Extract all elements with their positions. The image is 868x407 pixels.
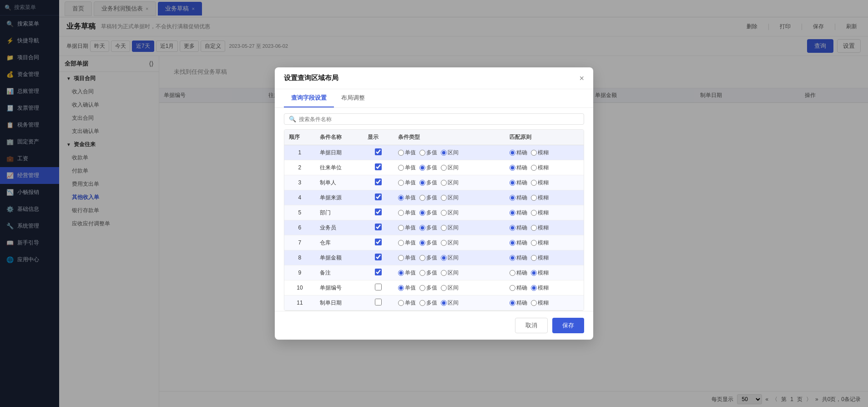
type-radio-单值-3[interactable] [398,180,404,186]
match-radio-精确-4[interactable] [510,195,515,201]
row-show-1 [363,145,394,160]
row-type-2: 单值多值区间 [394,160,505,175]
type-radio-多值-7[interactable] [419,240,425,246]
type-radio-多值-11[interactable] [419,300,425,306]
cancel-button[interactable]: 取消 [515,318,548,333]
row-order-7: 7 [284,235,315,250]
row-type-3: 单值多值区间 [394,175,505,190]
type-radio-多值-10[interactable] [419,285,425,291]
type-radio-区间-7[interactable] [441,240,447,246]
type-radio-区间-8[interactable] [441,255,447,261]
type-radio-区间-11[interactable] [441,300,447,306]
match-radio-精确-2[interactable] [510,165,515,171]
type-radio-单值-7[interactable] [398,240,404,246]
type-radio-区间-1[interactable] [441,150,447,156]
condition-search-input[interactable] [299,116,579,122]
type-radio-单值-5[interactable] [398,210,404,216]
dialog-table-row: 11制单日期单值多值区间精确模糊 [284,295,584,310]
show-checkbox-3[interactable] [375,178,382,185]
match-radio-模糊-11[interactable] [531,300,537,306]
type-radio-单值-1[interactable] [398,150,404,156]
match-radio-精确-3[interactable] [510,180,515,186]
type-radio-多值-2[interactable] [419,165,425,171]
type-radio-多值-4[interactable] [419,195,425,201]
type-radio-多值-1[interactable] [419,150,425,156]
type-radio-区间-10[interactable] [441,285,447,291]
match-radio-模糊-9[interactable] [531,270,537,276]
row-type-7: 单值多值区间 [394,235,505,250]
type-radio-区间-5[interactable] [441,210,447,216]
type-radio-区间-4[interactable] [441,195,447,201]
match-radio-精确-7[interactable] [510,240,515,246]
match-radio-模糊-4[interactable] [531,195,537,201]
row-match-6: 精确模糊 [505,220,584,235]
settings-dialog: 设置查询区域布局 × 查询字段设置 布局调整 🔍 顺序条件名称显示条件类型匹配原… [275,67,593,340]
row-type-8: 单值多值区间 [394,250,505,265]
dialog-save-button[interactable]: 保存 [552,318,584,333]
type-radio-单值-6[interactable] [398,225,404,231]
match-radio-精确-8[interactable] [510,255,515,261]
type-radio-区间-2[interactable] [441,165,447,171]
match-radio-精确-10[interactable] [510,285,515,291]
show-checkbox-9[interactable] [375,269,382,275]
type-radio-单值-10[interactable] [398,285,404,291]
row-type-10: 单值多值区间 [394,280,505,295]
row-show-6 [363,220,394,235]
row-match-11: 精确模糊 [505,295,584,310]
type-radio-多值-6[interactable] [419,225,425,231]
dialog-table-row: 3制单人单值多值区间精确模糊 [284,175,584,190]
dialog-col-顺序: 顺序 [284,130,315,145]
show-checkbox-6[interactable] [375,224,382,230]
row-type-4: 单值多值区间 [394,190,505,205]
type-radio-多值-8[interactable] [419,255,425,261]
tab-field-settings[interactable]: 查询字段设置 [284,89,334,107]
show-checkbox-2[interactable] [375,163,382,170]
match-radio-模糊-2[interactable] [531,165,537,171]
show-checkbox-11[interactable] [375,299,382,305]
match-radio-精确-1[interactable] [510,150,515,156]
row-name-4: 单据来源 [315,190,363,205]
match-radio-模糊-1[interactable] [531,150,537,156]
row-name-7: 仓库 [315,235,363,250]
row-show-3 [363,175,394,190]
row-order-8: 8 [284,250,315,265]
match-radio-精确-5[interactable] [510,210,515,216]
match-radio-模糊-3[interactable] [531,180,537,186]
match-radio-模糊-10[interactable] [531,285,537,291]
dialog-close-button[interactable]: × [579,74,584,82]
dialog-table-row: 6业务员单值多值区间精确模糊 [284,220,584,235]
dialog-table: 顺序条件名称显示条件类型匹配原则 1单据日期单值多值区间精确模糊2往来单位单值多… [284,130,584,310]
row-show-4 [363,190,394,205]
match-radio-精确-9[interactable] [510,270,515,276]
type-radio-多值-5[interactable] [419,210,425,216]
type-radio-多值-9[interactable] [419,270,425,276]
tab-layout-settings[interactable]: 布局调整 [334,89,372,107]
match-radio-模糊-8[interactable] [531,255,537,261]
type-radio-区间-6[interactable] [441,225,447,231]
row-name-8: 单据金额 [315,250,363,265]
type-radio-单值-9[interactable] [398,270,404,276]
row-name-3: 制单人 [315,175,363,190]
show-checkbox-10[interactable] [375,284,382,290]
type-radio-区间-9[interactable] [441,270,447,276]
match-radio-精确-6[interactable] [510,225,515,231]
type-radio-单值-2[interactable] [398,165,404,171]
match-radio-精确-11[interactable] [510,300,515,306]
type-radio-单值-11[interactable] [398,300,404,306]
show-checkbox-4[interactable] [375,193,382,200]
type-radio-单值-4[interactable] [398,195,404,201]
match-radio-模糊-5[interactable] [531,210,537,216]
match-radio-模糊-7[interactable] [531,240,537,246]
show-checkbox-1[interactable] [375,148,382,155]
show-checkbox-5[interactable] [375,209,382,215]
dialog-col-显示: 显示 [363,130,394,145]
match-radio-模糊-6[interactable] [531,225,537,231]
row-order-6: 6 [284,220,315,235]
type-radio-区间-3[interactable] [441,180,447,186]
type-radio-多值-3[interactable] [419,180,425,186]
dialog-footer: 取消 保存 [275,311,593,340]
type-radio-单值-8[interactable] [398,255,404,261]
show-checkbox-8[interactable] [375,254,382,260]
show-checkbox-7[interactable] [375,239,382,245]
row-name-6: 业务员 [315,220,363,235]
